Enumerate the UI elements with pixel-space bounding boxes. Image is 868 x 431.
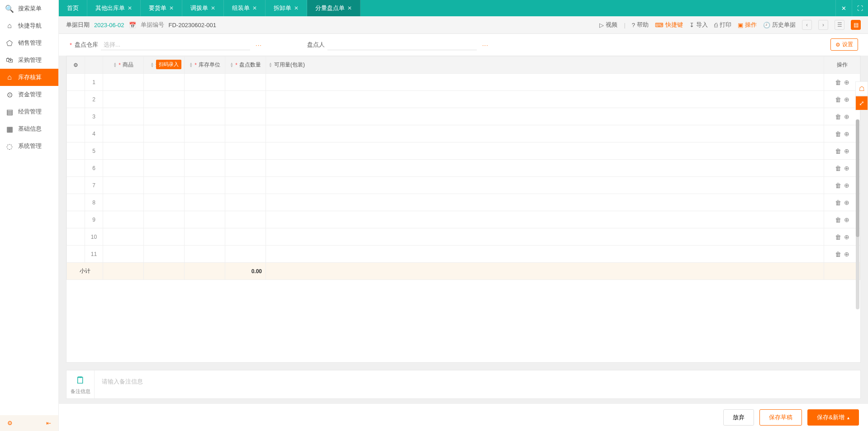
help-link[interactable]: ?帮助 bbox=[632, 21, 649, 29]
delete-icon[interactable]: 🗑 bbox=[835, 199, 841, 206]
sidebar-item-4[interactable]: ⌂库存核算 bbox=[0, 69, 58, 86]
person-field: 盘点人 ··· bbox=[307, 39, 489, 50]
tab-close-icon[interactable]: ✕ bbox=[211, 5, 215, 11]
delete-icon[interactable]: 🗑 bbox=[835, 165, 841, 172]
table-row[interactable]: 5🗑⊕ bbox=[67, 142, 860, 160]
view-card-icon[interactable]: ▤ bbox=[851, 20, 861, 30]
float-expand-icon[interactable]: ⤢ bbox=[855, 96, 868, 110]
sidebar-item-5[interactable]: ⊙资金管理 bbox=[0, 86, 58, 103]
sidebar-item-1[interactable]: ⌂快捷导航 bbox=[0, 17, 58, 34]
tab-close-icon[interactable]: ✕ bbox=[294, 5, 299, 11]
person-input[interactable] bbox=[327, 39, 477, 50]
col-product[interactable]: ▲▼*商品 bbox=[103, 57, 144, 74]
warehouse-input[interactable] bbox=[101, 39, 250, 50]
tab-close-icon[interactable]: ✕ bbox=[252, 5, 257, 11]
table-row[interactable]: 8🗑⊕ bbox=[67, 194, 860, 211]
table-row[interactable]: 3🗑⊕ bbox=[67, 108, 860, 125]
table-row[interactable]: 2🗑⊕ bbox=[67, 91, 860, 108]
tab-4[interactable]: 组装单✕ bbox=[224, 0, 266, 16]
table-row[interactable]: 10🗑⊕ bbox=[67, 228, 860, 246]
save-new-button[interactable]: 保存&新增▴ bbox=[807, 409, 859, 426]
tab-close-icon[interactable]: ✕ bbox=[169, 5, 174, 11]
table-row[interactable]: 7🗑⊕ bbox=[67, 177, 860, 194]
add-icon[interactable]: ⊕ bbox=[844, 182, 849, 189]
delete-icon[interactable]: 🗑 bbox=[835, 182, 841, 189]
import-link[interactable]: ↧导入 bbox=[689, 21, 708, 29]
table-row[interactable]: 1🗑⊕ bbox=[67, 74, 860, 91]
sidebar-item-8[interactable]: ◌系统管理 bbox=[0, 137, 58, 155]
print-link[interactable]: ⎙打印 bbox=[714, 21, 731, 29]
scan-button[interactable]: 扫码录入 bbox=[156, 60, 181, 69]
settings-button[interactable]: ⚙设置 bbox=[830, 38, 858, 51]
nav-next-icon[interactable]: › bbox=[818, 20, 828, 30]
delete-icon[interactable]: 🗑 bbox=[835, 233, 841, 241]
delete-icon[interactable]: 🗑 bbox=[835, 96, 841, 103]
add-icon[interactable]: ⊕ bbox=[844, 251, 849, 258]
col-avail[interactable]: ▲▼可用量(包装) bbox=[266, 57, 824, 74]
tab-close-icon[interactable]: ✕ bbox=[128, 5, 132, 11]
add-icon[interactable]: ⊕ bbox=[844, 79, 849, 86]
shortcut-link[interactable]: ⌨快捷键 bbox=[655, 21, 683, 29]
tab-5[interactable]: 拆卸单✕ bbox=[266, 0, 307, 16]
tab-6[interactable]: 分量盘点单✕ bbox=[307, 0, 360, 16]
sidebar-item-0[interactable]: 🔍搜索菜单 bbox=[0, 0, 58, 17]
delete-icon[interactable]: 🗑 bbox=[835, 79, 841, 86]
date-value[interactable]: 2023-06-02 bbox=[94, 22, 124, 28]
tab-3[interactable]: 调拨单✕ bbox=[182, 0, 224, 16]
remark-input[interactable] bbox=[95, 370, 860, 398]
delete-icon[interactable]: 🗑 bbox=[835, 130, 841, 137]
delete-icon[interactable]: 🗑 bbox=[835, 113, 841, 120]
gear-icon: ⚙ bbox=[73, 62, 78, 68]
table-row[interactable]: 11🗑⊕ bbox=[67, 246, 860, 263]
add-icon[interactable]: ⊕ bbox=[844, 96, 849, 103]
add-icon[interactable]: ⊕ bbox=[844, 233, 849, 241]
col-qty[interactable]: ▲▼*盘点数量 bbox=[225, 57, 266, 74]
tab-close-icon[interactable]: ✕ bbox=[347, 5, 352, 11]
money-icon: ⊙ bbox=[5, 90, 14, 99]
person-more-icon[interactable]: ··· bbox=[482, 42, 489, 48]
add-icon[interactable]: ⊕ bbox=[844, 165, 849, 172]
history-link[interactable]: 🕘历史单据 bbox=[763, 21, 796, 29]
delete-icon[interactable]: 🗑 bbox=[835, 147, 841, 155]
add-icon[interactable]: ⊕ bbox=[844, 147, 849, 155]
table-row[interactable]: 9🗑⊕ bbox=[67, 211, 860, 228]
video-link[interactable]: ▷视频 bbox=[599, 21, 617, 29]
tag-icon: ⬠ bbox=[5, 39, 14, 47]
delete-icon[interactable]: 🗑 bbox=[835, 251, 841, 258]
sidebar-item-6[interactable]: ▤经营管理 bbox=[0, 103, 58, 120]
table-row[interactable]: 4🗑⊕ bbox=[67, 125, 860, 142]
warehouse-more-icon[interactable]: ··· bbox=[256, 42, 262, 48]
view-list-icon[interactable]: ☰ bbox=[835, 20, 844, 30]
tab-1[interactable]: 其他出库单✕ bbox=[87, 0, 141, 16]
docno-label: 单据编号 bbox=[141, 21, 164, 29]
sidebar-item-2[interactable]: ⬠销售管理 bbox=[0, 34, 58, 52]
warehouse-field: * 盘点仓库 ··· bbox=[70, 39, 262, 50]
bag-icon: 🛍 bbox=[5, 56, 14, 64]
float-feedback-icon[interactable]: ☖ bbox=[855, 81, 868, 96]
fullscreen-icon[interactable]: ⛶ bbox=[852, 0, 868, 16]
gear-icon: ⚙ bbox=[835, 42, 840, 48]
delete-icon[interactable]: 🗑 bbox=[835, 216, 841, 223]
add-icon[interactable]: ⊕ bbox=[844, 113, 849, 120]
scrollbar[interactable] bbox=[856, 119, 859, 309]
tab-close-all[interactable]: ✕ bbox=[835, 0, 852, 16]
tab-2[interactable]: 要货单✕ bbox=[141, 0, 182, 16]
discard-button[interactable]: 放弃 bbox=[723, 409, 754, 426]
col-op: 操作 bbox=[824, 57, 860, 74]
add-icon[interactable]: ⊕ bbox=[844, 199, 849, 206]
sidebar-item-3[interactable]: 🛍采购管理 bbox=[0, 52, 58, 69]
operate-link[interactable]: ▣操作 bbox=[738, 21, 757, 29]
col-gear[interactable]: ⚙ bbox=[67, 57, 85, 74]
nav-prev-icon[interactable]: ‹ bbox=[802, 20, 812, 30]
table-row[interactable]: 6🗑⊕ bbox=[67, 160, 860, 177]
calendar-icon[interactable]: 📅 bbox=[129, 22, 136, 28]
sidebar: 🔍搜索菜单⌂快捷导航⬠销售管理🛍采购管理⌂库存核算⊙资金管理▤经营管理▦基础信息… bbox=[0, 0, 59, 431]
tab-0[interactable]: 首页 bbox=[59, 0, 87, 16]
col-unit[interactable]: ▲▼*库存单位 bbox=[185, 57, 225, 74]
settings-icon[interactable]: ⚙ bbox=[7, 420, 13, 426]
save-draft-button[interactable]: 保存草稿 bbox=[759, 409, 802, 426]
add-icon[interactable]: ⊕ bbox=[844, 216, 849, 223]
add-icon[interactable]: ⊕ bbox=[844, 130, 849, 137]
collapse-icon[interactable]: ⇤ bbox=[46, 420, 51, 426]
sidebar-item-7[interactable]: ▦基础信息 bbox=[0, 120, 58, 137]
